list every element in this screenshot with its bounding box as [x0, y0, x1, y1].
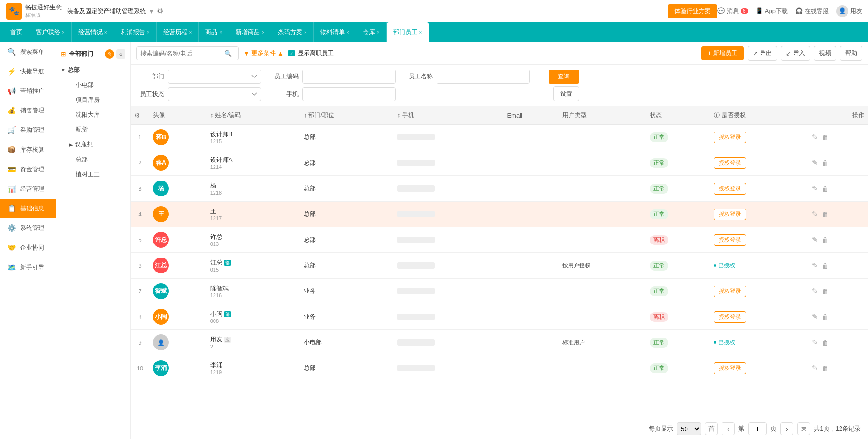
- edit-button-10[interactable]: ✎: [812, 364, 818, 372]
- delete-button-7[interactable]: 🗑: [822, 287, 829, 295]
- dept-tree-item-小电部[interactable]: 小电部: [56, 77, 130, 92]
- emp-name-input[interactable]: [437, 70, 530, 84]
- page-prev-button[interactable]: ‹: [722, 422, 735, 435]
- delete-button-6[interactable]: 🗑: [822, 262, 829, 270]
- nav-tab-部门员工[interactable]: 部门员工×: [387, 22, 429, 42]
- dept-collapse-button[interactable]: «: [116, 49, 125, 59]
- app-download-button[interactable]: 📱 App下载: [756, 7, 788, 15]
- dept-edit-button[interactable]: ✎: [105, 49, 114, 59]
- tab-close-经营历程[interactable]: ×: [189, 30, 192, 35]
- col-dept[interactable]: ↕ 部门/职位: [300, 106, 394, 125]
- col-phone[interactable]: ↕ 手机: [394, 106, 504, 125]
- trial-button[interactable]: 体验行业方案: [668, 4, 717, 18]
- user-menu[interactable]: 👤 用友: [836, 5, 862, 17]
- filter-more-button[interactable]: ▼ 更多条件 ▲: [243, 49, 284, 57]
- delete-button-2[interactable]: 🗑: [822, 159, 829, 167]
- nav-tab-仓库[interactable]: 仓库×: [356, 22, 387, 42]
- left-nav-item-search[interactable]: 🔍搜索菜单: [0, 42, 56, 62]
- page-next-button[interactable]: ›: [780, 422, 793, 435]
- nav-tab-利润报告[interactable]: 利润报告×: [114, 22, 157, 42]
- delete-button-5[interactable]: 🗑: [822, 236, 829, 244]
- edit-button-3[interactable]: ✎: [812, 184, 818, 193]
- tab-close-经营情况[interactable]: ×: [104, 30, 107, 35]
- dept-tree-item-总部[interactable]: ▼总部: [56, 63, 130, 77]
- tab-close-利润报告[interactable]: ×: [147, 30, 150, 35]
- delete-button-3[interactable]: 🗑: [822, 185, 829, 193]
- import-button[interactable]: ↙ 导入: [781, 46, 810, 61]
- left-nav-item-shortcut[interactable]: ⚡快捷导航: [0, 62, 56, 81]
- auth-button-4[interactable]: 授权登录: [714, 209, 746, 220]
- view-button[interactable]: 视频: [814, 46, 836, 61]
- show-resigned-toggle[interactable]: ✓ 显示离职员工: [288, 49, 334, 57]
- auth-button-1[interactable]: 授权登录: [714, 132, 746, 143]
- message-button[interactable]: 💬 消息 6: [717, 7, 748, 15]
- dept-tree-item-双鹿想[interactable]: ▶双鹿想: [56, 137, 130, 152]
- tab-close-新增商品[interactable]: ×: [262, 30, 264, 35]
- dept-tree-item-总部[interactable]: 总部: [56, 152, 130, 167]
- dept-filter-select[interactable]: [168, 70, 261, 84]
- help-button[interactable]: 帮助: [840, 46, 862, 61]
- tab-close-条码方案[interactable]: ×: [304, 30, 307, 35]
- dept-tree-item-植树王三[interactable]: 植树王三: [56, 167, 130, 182]
- auth-button-2[interactable]: 授权登录: [714, 157, 746, 169]
- emp-code-input[interactable]: [302, 70, 396, 84]
- nav-tab-商品[interactable]: 商品×: [199, 22, 229, 42]
- search-button[interactable]: 查询: [549, 70, 579, 84]
- show-resigned-checkbox[interactable]: ✓: [288, 50, 295, 56]
- left-nav-item-operation[interactable]: 📊经营管理: [0, 179, 56, 199]
- tab-close-部门员工[interactable]: ×: [419, 30, 422, 35]
- col-settings[interactable]: ⚙: [131, 106, 149, 125]
- tab-close-商品[interactable]: ×: [219, 30, 222, 35]
- phone-input[interactable]: [302, 87, 396, 101]
- left-nav-item-marketing[interactable]: 📢营销推广: [0, 81, 56, 101]
- left-nav-item-basic[interactable]: 📋基础信息: [0, 199, 56, 218]
- edit-button-2[interactable]: ✎: [812, 159, 818, 167]
- settings-button[interactable]: 设置: [553, 86, 579, 101]
- nav-tab-物料清单[interactable]: 物料清单×: [314, 22, 356, 42]
- export-button[interactable]: ↗ 导出: [748, 46, 777, 61]
- left-nav-item-collab[interactable]: 🤝企业协同: [0, 238, 56, 258]
- dept-tree-item-沈阳大库[interactable]: 沈阳大库: [56, 107, 130, 122]
- auth-button-8[interactable]: 授权登录: [714, 311, 746, 323]
- left-nav-item-sales[interactable]: 💰销售管理: [0, 101, 56, 120]
- online-service-button[interactable]: 🎧 在线客服: [795, 7, 829, 15]
- search-input[interactable]: [140, 50, 224, 57]
- add-employee-button[interactable]: + 新增员工: [701, 46, 744, 60]
- edit-button-5[interactable]: ✎: [812, 236, 818, 244]
- delete-button-1[interactable]: 🗑: [822, 133, 829, 141]
- delete-button-9[interactable]: 🗑: [822, 339, 829, 347]
- col-name[interactable]: ↕ 姓名/编码: [207, 106, 300, 125]
- status-filter-select[interactable]: [168, 87, 261, 101]
- page-number-input[interactable]: [748, 422, 767, 435]
- search-input-wrap[interactable]: 🔍: [136, 46, 239, 60]
- auth-button-5[interactable]: 授权登录: [714, 234, 746, 246]
- delete-button-10[interactable]: 🗑: [822, 364, 829, 372]
- delete-button-4[interactable]: 🗑: [822, 210, 829, 218]
- edit-button-6[interactable]: ✎: [812, 261, 818, 270]
- edit-button-9[interactable]: ✎: [812, 338, 818, 347]
- tab-close-客户联络[interactable]: ×: [62, 30, 65, 35]
- left-nav-item-system[interactable]: ⚙️系统管理: [0, 218, 56, 238]
- edit-button-8[interactable]: ✎: [812, 313, 818, 321]
- edit-button-4[interactable]: ✎: [812, 210, 818, 218]
- left-nav-item-purchase[interactable]: 🛒采购管理: [0, 120, 56, 140]
- settings-icon[interactable]: ⚙: [157, 7, 163, 15]
- nav-tab-条码方案[interactable]: 条码方案×: [271, 22, 314, 42]
- left-nav-item-guide[interactable]: 🗺️新手引导: [0, 258, 56, 277]
- nav-tab-首页[interactable]: 首页: [4, 22, 29, 42]
- auth-button-3[interactable]: 授权登录: [714, 183, 746, 195]
- page-last-button[interactable]: 末: [797, 422, 810, 435]
- left-nav-item-inventory[interactable]: 📦库存核算: [0, 140, 56, 160]
- auth-button-7[interactable]: 授权登录: [714, 286, 746, 297]
- page-size-select[interactable]: 50 100: [677, 422, 701, 435]
- auth-button-10[interactable]: 授权登录: [714, 362, 746, 374]
- nav-tab-客户联络[interactable]: 客户联络×: [29, 22, 72, 42]
- edit-button-7[interactable]: ✎: [812, 287, 818, 295]
- dept-tree-item-项目库房[interactable]: 项目库房: [56, 92, 130, 107]
- page-first-button[interactable]: 首: [705, 422, 718, 435]
- edit-button-1[interactable]: ✎: [812, 133, 818, 141]
- nav-tab-新增商品[interactable]: 新增商品×: [229, 22, 271, 42]
- dept-tree-item-配货[interactable]: 配货: [56, 122, 130, 137]
- delete-button-8[interactable]: 🗑: [822, 313, 829, 321]
- left-nav-item-finance[interactable]: 💳资金管理: [0, 160, 56, 179]
